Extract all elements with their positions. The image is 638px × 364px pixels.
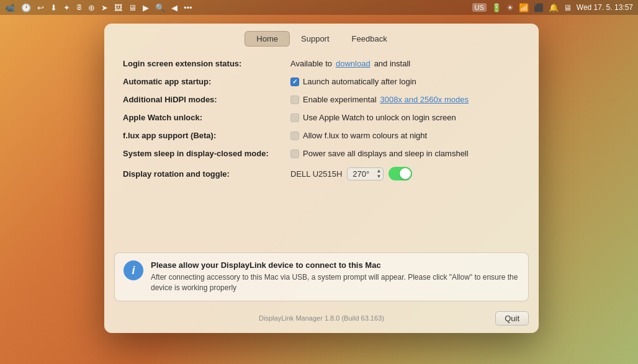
row-auto-startup: Automatic app startup: Launch automatica…: [123, 77, 520, 86]
menubar-icon-play[interactable]: ▶: [143, 3, 149, 12]
checkbox-auto-startup[interactable]: [290, 78, 299, 86]
label-auto-startup: Automatic app startup:: [123, 77, 290, 86]
text-flux: Allow f.lux to warm colours at night: [303, 131, 427, 140]
quit-button[interactable]: Quit: [495, 311, 529, 326]
checkbox-hidpi[interactable]: [290, 95, 299, 104]
info-banner: i Please allow your DisplayLink device t…: [114, 252, 529, 301]
text-apple-watch: Use Apple Watch to unlock on login scree…: [303, 113, 456, 122]
text-available: Available to: [290, 59, 332, 68]
menubar-icon-bt[interactable]: ⬛: [534, 3, 544, 12]
value-display-rotation: DELL U2515H 270° 0° 90° 180° ▲ ▼: [290, 167, 412, 180]
rotation-select[interactable]: 270° 0° 90° 180°: [347, 167, 384, 180]
menubar-icon-back[interactable]: ◀: [171, 3, 177, 12]
tab-feedback[interactable]: Feedback: [341, 32, 398, 46]
tab-support[interactable]: Support: [290, 32, 341, 46]
menubar-icon-download[interactable]: ⬇: [50, 3, 57, 12]
menubar-locale[interactable]: US: [472, 3, 487, 12]
menubar-icon-timemachine[interactable]: 🕐: [21, 3, 31, 12]
display-rotation-toggle[interactable]: [389, 167, 412, 180]
menubar-icon-battery[interactable]: 🔋: [492, 3, 501, 12]
info-body: After connecting accessory to this Mac v…: [151, 272, 519, 293]
menubar-time: Wed 17. 5. 13:57: [577, 3, 633, 12]
row-flux: f.lux app support (Beta): Allow f.lux to…: [123, 131, 520, 140]
footer: DisplayLink Manager 1.8.0 (Build 63.163)…: [104, 308, 539, 333]
menubar-icon-notif[interactable]: 🔔: [549, 3, 559, 12]
text-and-install: and install: [374, 59, 411, 68]
settings-content: Login screen extension status: Available…: [104, 47, 539, 198]
text-system-sleep: Power save all displays and sleep in cla…: [303, 149, 469, 158]
info-title: Please allow your DisplayLink device to …: [151, 260, 519, 270]
row-display-rotation: Display rotation and toggle: DELL U2515H…: [123, 167, 520, 180]
row-login-screen: Login screen extension status: Available…: [123, 59, 520, 68]
version-text: DisplayLink Manager 1.8.0 (Build 63.163): [253, 314, 391, 322]
checkbox-flux[interactable]: [290, 131, 299, 140]
info-text-block: Please allow your DisplayLink device to …: [151, 260, 519, 293]
toggle-thumb: [400, 168, 411, 179]
checkbox-system-sleep[interactable]: [290, 149, 299, 158]
value-hidpi: Enable experimental 3008x and 2560x mode…: [290, 95, 469, 104]
info-icon: i: [124, 260, 143, 280]
menubar-icon-undo[interactable]: ↩: [37, 3, 44, 12]
value-login-screen: Available to download and install: [290, 59, 410, 68]
checkbox-apple-watch[interactable]: [290, 113, 299, 122]
menubar-icon-search[interactable]: 🔍: [155, 3, 165, 12]
row-hidpi: Additional HiDPI modes: Enable experimen…: [123, 95, 520, 104]
value-flux: Allow f.lux to warm colours at night: [290, 131, 427, 140]
label-flux: f.lux app support (Beta):: [123, 131, 290, 140]
menubar-left-icons: 📹 🕐 ↩ ⬇ ✦ 𝕾 ⊕ ➤ 🖼 🖥 ▶ 🔍 ◀ •••: [5, 2, 192, 12]
label-apple-watch: Apple Watch unlock:: [123, 113, 290, 122]
menubar-icon-wifi[interactable]: 📶: [519, 3, 529, 12]
label-system-sleep: System sleep in display-closed mode:: [123, 149, 290, 158]
tab-bar: Home Support Feedback: [104, 24, 539, 47]
menubar-icon-monitor[interactable]: 🖥: [128, 3, 137, 12]
row-apple-watch: Apple Watch unlock: Use Apple Watch to u…: [123, 113, 520, 122]
menubar-icon-send[interactable]: ➤: [101, 3, 108, 12]
row-system-sleep: System sleep in display-closed mode: Pow…: [123, 149, 520, 158]
menubar-icon-circle[interactable]: ⊕: [88, 3, 95, 12]
display-row: DELL U2515H 270° 0° 90° 180° ▲ ▼: [290, 167, 412, 180]
text-hidpi-prefix: Enable experimental: [303, 95, 377, 104]
menubar: 📹 🕐 ↩ ⬇ ✦ 𝕾 ⊕ ➤ 🖼 🖥 ▶ 🔍 ◀ ••• US 🔋 ☀ 📶 ⬛…: [0, 0, 638, 15]
display-name: DELL U2515H: [290, 169, 342, 179]
value-system-sleep: Power save all displays and sleep in cla…: [290, 149, 469, 158]
menubar-icon-display2[interactable]: 🖥: [564, 3, 572, 12]
menubar-icon-brightness[interactable]: ☀: [506, 3, 514, 12]
menubar-icon-photo[interactable]: 🖼: [114, 3, 122, 12]
menubar-icon-more[interactable]: •••: [184, 3, 192, 12]
value-auto-startup: Launch automatically after login: [290, 77, 416, 86]
menubar-icon-5app[interactable]: 𝕾: [76, 2, 82, 12]
menubar-icon-vidyo[interactable]: 📹: [5, 3, 15, 12]
tab-home[interactable]: Home: [245, 31, 290, 47]
text-auto-startup: Launch automatically after login: [303, 77, 416, 86]
link-download[interactable]: download: [336, 59, 371, 68]
rotation-select-wrapper[interactable]: 270° 0° 90° 180° ▲ ▼: [347, 167, 384, 180]
content-spacer: [104, 198, 539, 247]
main-window: Home Support Feedback Login screen exten…: [104, 24, 539, 333]
value-apple-watch: Use Apple Watch to unlock on login scree…: [290, 113, 456, 122]
link-hidpi-modes[interactable]: 3008x and 2560x modes: [380, 95, 469, 104]
label-display-rotation: Display rotation and toggle:: [123, 169, 290, 179]
menubar-icon-ai[interactable]: ✦: [63, 3, 70, 12]
label-hidpi: Additional HiDPI modes:: [123, 95, 290, 104]
label-login-screen: Login screen extension status:: [123, 59, 290, 68]
menubar-right-icons: US 🔋 ☀ 📶 ⬛ 🔔 🖥 Wed 17. 5. 13:57: [472, 3, 633, 12]
